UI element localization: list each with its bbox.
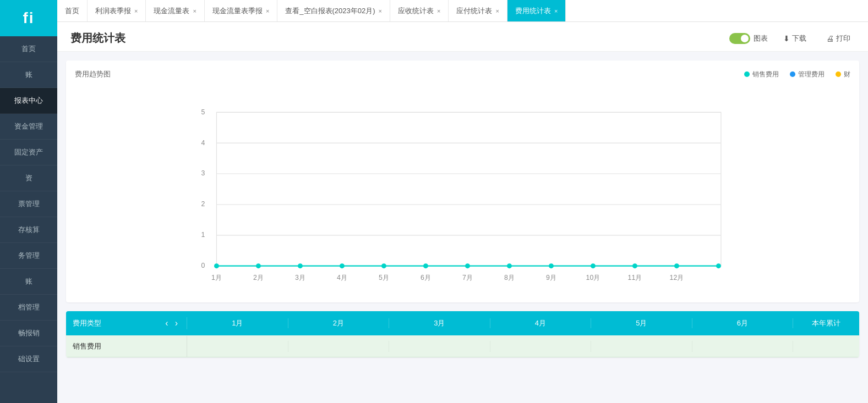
- th-month-1: 1月: [187, 318, 288, 328]
- svg-text:2: 2: [201, 200, 205, 208]
- svg-rect-12: [216, 112, 720, 266]
- svg-point-14: [256, 263, 261, 268]
- th-month-6: 6月: [692, 318, 794, 328]
- sidebar-item-service-management[interactable]: 务管理: [0, 243, 57, 269]
- legend-dot-sales: [744, 71, 750, 77]
- sidebar-item-basic-settings[interactable]: 础设置: [0, 346, 57, 372]
- nav-buttons: ‹ ›: [163, 317, 180, 329]
- chart-svg: 0 1 2 3 4 5: [75, 85, 850, 294]
- th-type-label: 费用类型: [73, 318, 101, 328]
- sidebar-item-fixed-assets[interactable]: 固定资产: [0, 140, 57, 165]
- tab-payable[interactable]: 应付统计表 ×: [449, 0, 507, 22]
- legend-dot-finance: [836, 71, 841, 77]
- tab-blank-report[interactable]: 查看_空白报表(2023年02月) ×: [277, 0, 390, 22]
- svg-point-24: [674, 263, 679, 268]
- sidebar-item-ledger[interactable]: 账: [0, 62, 57, 88]
- close-tab-profit-quarterly[interactable]: ×: [134, 8, 138, 14]
- svg-point-25: [716, 263, 721, 268]
- download-button[interactable]: ⬇ 下载: [779, 31, 811, 46]
- chart-title: 费用趋势图: [75, 69, 111, 79]
- td-type-sales: 销售费用: [66, 336, 187, 357]
- print-label: 打印: [836, 34, 850, 43]
- chart-legend: 销售费用 管理费用 财: [744, 70, 850, 79]
- svg-text:11月: 11月: [628, 274, 642, 281]
- svg-text:4: 4: [201, 139, 205, 147]
- close-tab-payable[interactable]: ×: [495, 8, 499, 14]
- close-tab-receivable[interactable]: ×: [437, 8, 440, 14]
- sidebar-item-file-management[interactable]: 档管理: [0, 295, 57, 321]
- svg-point-22: [591, 263, 596, 268]
- svg-point-15: [298, 263, 303, 268]
- svg-text:5月: 5月: [379, 274, 389, 281]
- sidebar-item-home[interactable]: 首页: [0, 36, 57, 62]
- td-sales-4: [490, 341, 592, 352]
- sidebar-item-accounts[interactable]: 账: [0, 269, 57, 295]
- legend-label-sales: 销售费用: [752, 70, 779, 79]
- sidebar-item-capital[interactable]: 资: [0, 165, 57, 191]
- legend-label-management: 管理费用: [798, 70, 825, 79]
- svg-point-19: [465, 263, 470, 268]
- th-month-5: 5月: [591, 318, 692, 328]
- th-month-4: 4月: [490, 318, 592, 328]
- tab-cash-flow[interactable]: 现金流量表 ×: [146, 0, 204, 22]
- svg-point-13: [214, 263, 219, 268]
- svg-point-16: [340, 263, 345, 268]
- sidebar-item-clearance[interactable]: 畅报销: [0, 321, 57, 346]
- legend-finance: 财: [836, 70, 850, 79]
- tab-expense[interactable]: 费用统计表 ×: [507, 0, 566, 22]
- th-month-3: 3月: [389, 318, 490, 328]
- svg-text:4月: 4月: [337, 274, 347, 281]
- svg-text:10月: 10月: [586, 274, 600, 281]
- td-sales-5: [591, 341, 692, 352]
- chart-container: 0 1 2 3 4 5: [75, 85, 850, 294]
- legend-label-finance: 财: [844, 70, 850, 79]
- svg-text:1: 1: [201, 231, 205, 239]
- legend-management: 管理费用: [790, 70, 825, 79]
- svg-text:6月: 6月: [421, 274, 431, 281]
- svg-text:8月: 8月: [504, 274, 515, 281]
- sidebar-item-invoice-management[interactable]: 票管理: [0, 191, 57, 217]
- table-section: 费用类型 ‹ › 1月 2月 3月 4月 5月 6月 本年累计 销售费用: [66, 311, 859, 357]
- download-label: 下载: [792, 34, 806, 43]
- close-tab-cash-flow-quarterly[interactable]: ×: [266, 8, 269, 14]
- td-sales-2: [288, 341, 390, 352]
- th-type: 费用类型 ‹ ›: [66, 317, 187, 329]
- tab-cash-flow-quarterly[interactable]: 现金流量表季报 ×: [205, 0, 277, 22]
- tab-profit-quarterly[interactable]: 利润表季报 ×: [88, 0, 146, 22]
- chart-toggle-label: 图表: [754, 34, 768, 43]
- table-header-row: 费用类型 ‹ › 1月 2月 3月 4月 5月 6月 本年累计: [66, 311, 859, 335]
- prev-month-button[interactable]: ‹: [163, 317, 170, 329]
- svg-text:1月: 1月: [211, 274, 222, 281]
- svg-text:9月: 9月: [546, 274, 556, 281]
- sidebar-item-fund-management[interactable]: 资金管理: [0, 114, 57, 140]
- close-tab-expense[interactable]: ×: [554, 8, 558, 14]
- next-month-button[interactable]: ›: [173, 317, 180, 329]
- tab-receivable[interactable]: 应收统计表 ×: [390, 0, 449, 22]
- svg-text:7月: 7月: [462, 274, 473, 281]
- svg-point-20: [507, 263, 512, 268]
- svg-point-17: [381, 263, 386, 268]
- td-sales-1: [187, 341, 288, 352]
- legend-dot-management: [790, 71, 795, 77]
- svg-text:2月: 2月: [253, 274, 264, 281]
- chart-toggle-wrap[interactable]: 图表: [729, 33, 768, 44]
- close-tab-blank-report[interactable]: ×: [379, 8, 382, 14]
- page-header: 费用统计表 图表 ⬇ 下载 🖨 打印: [57, 22, 868, 52]
- legend-sales: 销售费用: [744, 70, 779, 79]
- page-title: 费用统计表: [70, 31, 125, 46]
- chart-header: 费用趋势图 销售费用 管理费用 财: [75, 69, 850, 79]
- svg-text:12月: 12月: [670, 274, 684, 281]
- table-row-sales: 销售费用: [66, 335, 859, 357]
- chart-toggle[interactable]: [729, 33, 750, 44]
- svg-text:5: 5: [201, 108, 205, 116]
- sidebar-item-report-center[interactable]: 报表中心: [0, 88, 57, 114]
- svg-text:0: 0: [201, 262, 205, 269]
- close-tab-cash-flow[interactable]: ×: [193, 8, 196, 14]
- download-icon: ⬇: [783, 34, 790, 43]
- app-logo: fi: [0, 0, 57, 36]
- th-total: 本年累计: [793, 318, 859, 328]
- svg-text:3: 3: [201, 169, 205, 177]
- tab-home[interactable]: 首页: [57, 0, 88, 22]
- sidebar-item-inventory[interactable]: 存核算: [0, 217, 57, 243]
- print-button[interactable]: 🖨 打印: [822, 31, 855, 46]
